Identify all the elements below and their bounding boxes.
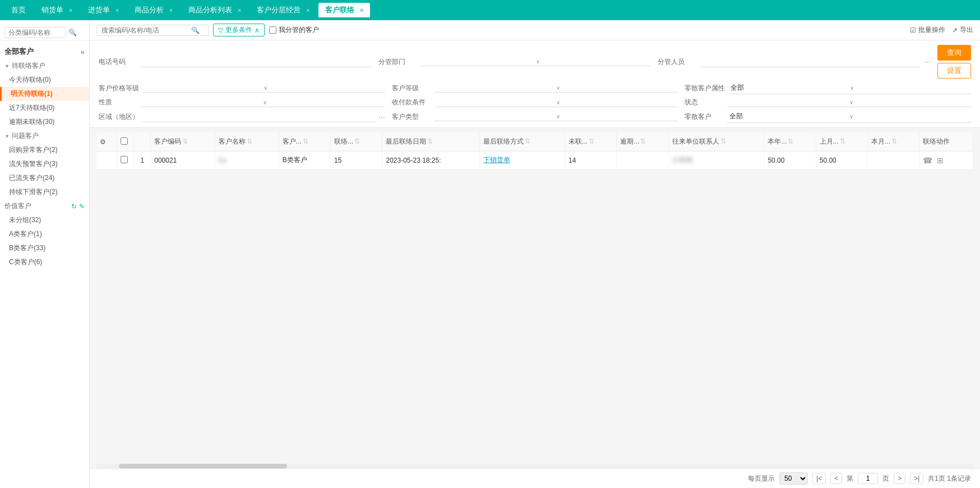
region-label: 区域（地区） bbox=[99, 112, 139, 122]
page-size-select[interactable]: 10 20 50 100 bbox=[779, 472, 808, 485]
row-select-checkbox[interactable] bbox=[121, 156, 128, 163]
nav-product-analysis[interactable]: 商品分析 × bbox=[128, 3, 179, 17]
col-contact[interactable]: 联络...⇅ bbox=[331, 132, 382, 151]
sidebar-week-contact[interactable]: 近7天待联络(0) bbox=[0, 101, 89, 115]
collapse-icon[interactable]: « bbox=[81, 48, 85, 56]
first-page-btn[interactable]: |< bbox=[812, 473, 826, 484]
edit-value-icon[interactable]: ✎ bbox=[79, 202, 85, 210]
contact-action-icon[interactable]: ☎ bbox=[923, 156, 932, 165]
sidebar-search-icon[interactable]: 🔍 bbox=[68, 29, 77, 36]
col-code[interactable]: 客户编码⇅ bbox=[151, 132, 215, 151]
payment-select[interactable]: ∨ bbox=[434, 98, 678, 107]
price-caret-icon: ∨ bbox=[264, 85, 382, 91]
batch-op-btn[interactable]: ☑ 批量操作 bbox=[910, 25, 945, 35]
sort-code-icon: ⇅ bbox=[182, 137, 188, 145]
problem-group-label: 问题客户 bbox=[0, 129, 89, 143]
my-customers-check[interactable]: 我分管的客户 bbox=[269, 25, 319, 35]
nav-purchase[interactable]: 进货单 × bbox=[81, 3, 126, 17]
person-dots-icon[interactable]: ··· bbox=[924, 57, 931, 66]
col-unit-contacts[interactable]: 往来单位联系人⇅ bbox=[668, 132, 764, 151]
sidebar-tomorrow-contact[interactable]: 明天待联络(1) bbox=[0, 87, 89, 101]
col-uncontacted[interactable]: 未联...⇅ bbox=[565, 132, 617, 151]
nav-home[interactable]: 首页 bbox=[4, 3, 33, 17]
nav-customer-layer[interactable]: 客户分层经营 × bbox=[250, 3, 316, 17]
payment-caret-icon: ∨ bbox=[556, 99, 676, 105]
customer-type-select[interactable]: ∨ bbox=[434, 112, 678, 121]
col-type[interactable]: 客户...⇅ bbox=[279, 132, 330, 151]
sidebar-today-contact[interactable]: 今天待联络(0) bbox=[0, 73, 89, 87]
close-sales-icon[interactable]: × bbox=[69, 7, 72, 13]
more-filter-btn[interactable]: ▽ 更多条件 ∧ bbox=[213, 24, 265, 36]
main-search-input[interactable] bbox=[101, 26, 191, 34]
retail-attr-select[interactable]: 全部 ∨ bbox=[728, 82, 971, 94]
col-last-date[interactable]: 最后联络日期⇅ bbox=[382, 132, 480, 151]
filter-row-4: 区域（地区） ··· 客户类型 ∨ 零散客户 全部 ∨ bbox=[99, 111, 971, 123]
col-name[interactable]: 客户名称⇅ bbox=[215, 132, 279, 151]
page-input[interactable]: 1 bbox=[858, 473, 878, 484]
customer-level-select[interactable]: ∨ bbox=[434, 84, 678, 93]
export-btn[interactable]: ↗ 导出 bbox=[952, 25, 973, 35]
next-page-btn[interactable]: > bbox=[894, 473, 905, 484]
sidebar-declining[interactable]: 持续下滑客户(2) bbox=[0, 185, 89, 199]
sort-name-icon: ⇅ bbox=[247, 137, 252, 145]
main-search-icon[interactable]: 🔍 bbox=[191, 26, 200, 34]
sidebar-b-class[interactable]: B类客户(33) bbox=[0, 241, 89, 255]
type-caret-icon: ∨ bbox=[556, 113, 676, 119]
close-purchase-icon[interactable]: × bbox=[115, 7, 119, 13]
filter-row-3: 性质 ∨ 收付款条件 ∨ 状态 bbox=[99, 98, 971, 107]
value-group-label: 价值客户 ↻ ✎ bbox=[0, 199, 89, 213]
sidebar-overdue-contact[interactable]: 逾期未联络(30) bbox=[0, 115, 89, 129]
sidebar-a-class[interactable]: A类客户(1) bbox=[0, 227, 89, 241]
my-customers-checkbox[interactable] bbox=[269, 26, 276, 34]
row-checkbox[interactable] bbox=[117, 151, 134, 169]
last-page-btn[interactable]: >| bbox=[910, 473, 923, 484]
status-caret-icon: ∨ bbox=[849, 99, 969, 105]
dept-select-wrap[interactable]: ∨ bbox=[421, 57, 651, 66]
close-list-icon[interactable]: × bbox=[238, 7, 241, 13]
region-dots-icon[interactable]: ··· bbox=[378, 112, 385, 121]
phone-input[interactable] bbox=[141, 57, 372, 67]
export-icon: ↗ bbox=[952, 26, 958, 34]
sidebar-abnormal-repurchase[interactable]: 回购异常客户(2) bbox=[0, 143, 89, 157]
col-this-month[interactable]: 本月...⇅ bbox=[868, 132, 919, 151]
sidebar-churn-warning[interactable]: 流失预警客户(3) bbox=[0, 157, 89, 171]
col-this-year[interactable]: 本年...⇅ bbox=[764, 132, 816, 151]
sidebar-ungrouped[interactable]: 未分组(32) bbox=[0, 213, 89, 227]
settings-icon[interactable]: ⚙ bbox=[100, 138, 106, 146]
query-btn[interactable]: 查询 bbox=[937, 45, 971, 61]
status-select[interactable]: ∨ bbox=[727, 98, 971, 107]
table-scroll-thumb[interactable] bbox=[119, 464, 287, 468]
col-overdue[interactable]: 逾期...⇅ bbox=[617, 132, 668, 151]
set-btn[interactable]: 设置 bbox=[937, 63, 971, 79]
last-method-link[interactable]: 下销货单 bbox=[483, 156, 510, 164]
filter-phone: 电话号码 bbox=[99, 57, 372, 67]
sidebar-c-class[interactable]: C类客户(6) bbox=[0, 255, 89, 269]
close-contact-icon[interactable]: × bbox=[360, 7, 363, 13]
select-all-checkbox[interactable] bbox=[121, 137, 128, 145]
content-area: 🔍 ▽ 更多条件 ∧ 我分管的客户 ☑ 批量操作 ↗ 导出 bbox=[90, 20, 980, 488]
col-settings[interactable]: ⚙ bbox=[96, 132, 117, 151]
sidebar-churned[interactable]: 已流失客户(24) bbox=[0, 171, 89, 185]
close-layer-icon[interactable]: × bbox=[306, 7, 309, 13]
row-last-method[interactable]: 下销货单 bbox=[480, 151, 565, 169]
refresh-value-icon[interactable]: ↻ bbox=[71, 202, 77, 210]
prev-page-btn[interactable]: < bbox=[830, 473, 842, 484]
retail-customer-select[interactable]: 全部 ∨ bbox=[727, 111, 971, 123]
close-product-icon[interactable]: × bbox=[169, 7, 173, 13]
export-label: 导出 bbox=[960, 25, 973, 35]
sidebar-search-input[interactable] bbox=[4, 27, 66, 38]
table-row: 1 000021 Ea B类客户 15 2023-05-23 18:25: 下销… bbox=[96, 151, 973, 169]
region-input[interactable] bbox=[142, 112, 375, 122]
nav-product-list[interactable]: 商品分析列表 × bbox=[182, 3, 248, 17]
nav-customer-contact[interactable]: 客户联络 × bbox=[318, 3, 370, 17]
col-checkbox[interactable] bbox=[117, 132, 134, 151]
col-last-method[interactable]: 最后联络方式⇅ bbox=[480, 132, 565, 151]
nav-sales[interactable]: 销货单 × bbox=[35, 3, 79, 17]
person-input[interactable] bbox=[700, 57, 921, 67]
nature-select[interactable]: ∨ bbox=[141, 98, 385, 107]
row-unit-contacts: 已模糊 bbox=[668, 151, 764, 169]
price-level-select[interactable]: ∨ bbox=[142, 84, 385, 93]
customer-table: ⚙ 客户编码⇅ 客户名称⇅ 客户...⇅ 联络...⇅ 最后联络日期⇅ 最后联络… bbox=[96, 132, 973, 169]
grid-action-icon[interactable]: ⊞ bbox=[937, 156, 944, 165]
col-last-month[interactable]: 上月...⇅ bbox=[816, 132, 867, 151]
